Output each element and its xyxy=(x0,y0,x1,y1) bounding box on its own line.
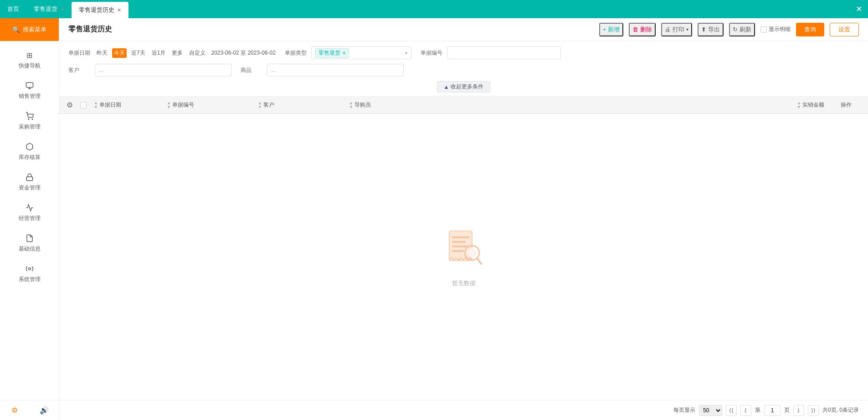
refresh-button[interactable]: ↻ 刷新 xyxy=(729,23,755,36)
show-detail-toggle[interactable]: 显示明细 xyxy=(760,26,791,33)
sidebar-item-basic-label: 基础信息 xyxy=(19,245,41,253)
print-icon: 🖨 xyxy=(665,26,671,33)
export-button[interactable]: ⬆ 导出 xyxy=(698,23,724,36)
query-button[interactable]: 查询 xyxy=(796,23,824,36)
doc-type-select[interactable]: 零售退货 ✕ ▾ xyxy=(311,46,411,59)
tab-retail-return[interactable]: 零售退货 ✕ xyxy=(26,0,72,18)
empty-state: 暂无数据 xyxy=(59,114,868,400)
th-date-label: 单据日期 xyxy=(99,101,121,109)
tab-retail-return-label: 零售退货 xyxy=(34,5,57,13)
system-icon xyxy=(25,264,35,274)
purchase-icon xyxy=(25,111,35,121)
date-opt-today[interactable]: 今天 xyxy=(112,48,127,58)
sidebar-item-basic[interactable]: 基础信息 xyxy=(0,228,59,258)
svg-point-3 xyxy=(28,119,29,120)
sidebar-item-sales[interactable]: 销售管理 xyxy=(0,75,59,106)
th-ops: 操作 xyxy=(828,101,864,109)
per-page-select[interactable]: 10 20 50 100 xyxy=(699,405,722,416)
window-close-button[interactable]: ✕ xyxy=(850,0,868,18)
sidebar-item-quick-nav[interactable]: ⊞ 快捷导航 xyxy=(0,45,59,75)
sidebar-item-operations[interactable]: 经营管理 xyxy=(0,197,59,228)
th-customer-sort-icon: ▲▼ xyxy=(258,101,262,109)
th-date[interactable]: ▲▼ 单据日期 xyxy=(90,101,163,109)
filter-row-2: 客户 ... 商品 ... xyxy=(68,64,859,77)
pagination: 每页显示 10 20 50 100 ⟨⟨ ⟨ 第 页 ⟩ ⟩⟩ 共0页, 0条记… xyxy=(59,400,868,420)
customer-input[interactable]: ... xyxy=(95,64,231,77)
delete-icon: 🗑 xyxy=(632,26,638,33)
page-input[interactable] xyxy=(764,405,781,416)
sidebar-item-finance[interactable]: 资金管理 xyxy=(0,167,59,197)
doc-type-tag: 零售退货 ✕ xyxy=(315,48,349,58)
filter-row-1: 单据日期 昨天 今天 近7天 近1月 更多 自定义 2023-06-02 至 2… xyxy=(68,46,859,59)
tab-home[interactable]: 首页 xyxy=(0,0,26,18)
speaker-icon[interactable]: 🔊 xyxy=(37,404,51,417)
sidebar-item-purchase[interactable]: 采购管理 xyxy=(0,106,59,136)
date-opt-last7[interactable]: 近7天 xyxy=(129,48,147,58)
date-opt-more[interactable]: 更多 xyxy=(170,48,185,58)
header-actions: + 新增 🗑 删除 🖨 打印 ▾ ⬆ 导出 ↻ 刷新 xyxy=(599,23,859,36)
collapse-icon: ▲ xyxy=(444,84,449,90)
page-label: 第 xyxy=(755,406,760,414)
doc-type-label: 单据类型 xyxy=(285,49,308,57)
th-amount-label: 实销金额 xyxy=(802,101,824,109)
page-last-button[interactable]: ⟩⟩ xyxy=(808,405,819,416)
tab-home-label: 首页 xyxy=(7,5,19,13)
print-button[interactable]: 🖨 打印 ▾ xyxy=(661,23,692,36)
set-button[interactable]: 设置 xyxy=(830,23,859,36)
tab-retail-return-close[interactable]: ✕ xyxy=(60,6,64,12)
collapse-bar: ▲ 收起更多条件 xyxy=(68,81,859,92)
tab-retail-return-history-close[interactable]: ✕ xyxy=(117,7,121,13)
delete-label: 删除 xyxy=(640,26,652,34)
tab-retail-return-history[interactable]: 零售退货历史 ✕ xyxy=(72,2,128,18)
new-button[interactable]: + 新增 xyxy=(599,23,623,36)
collapse-label: 收起更多条件 xyxy=(451,83,483,91)
table-settings-icon[interactable]: ⚙ xyxy=(63,101,77,109)
total-info: 共0页, 0条记录 xyxy=(822,406,859,414)
collapse-button[interactable]: ▲ 收起更多条件 xyxy=(437,81,491,92)
product-input[interactable]: ... xyxy=(267,64,404,77)
svg-rect-8 xyxy=(452,236,469,238)
search-icon: 🔍 xyxy=(12,26,20,33)
th-amount-sort-icon: ▲▼ xyxy=(797,101,801,109)
doc-num-label: 单据编号 xyxy=(421,49,443,57)
sidebar-bottom: ⚙ 🔊 xyxy=(0,400,59,420)
show-detail-checkbox[interactable] xyxy=(760,26,767,33)
th-num[interactable]: ▲▼ 单据编号 xyxy=(163,101,254,109)
date-opt-yesterday[interactable]: 昨天 xyxy=(95,48,109,58)
settings-icon[interactable]: ⚙ xyxy=(8,404,21,417)
page-prev-button[interactable]: ⟨ xyxy=(740,405,751,416)
svg-point-4 xyxy=(32,119,33,120)
date-opt-last1m[interactable]: 近1月 xyxy=(150,48,168,58)
page-next-button[interactable]: ⟩ xyxy=(793,405,804,416)
sidebar-item-finance-label: 资金管理 xyxy=(19,184,41,192)
date-opt-custom[interactable]: 自定义 xyxy=(187,48,207,58)
date-range-display: 2023-06-02 至 2023-06-02 xyxy=(211,49,275,57)
empty-illustration xyxy=(441,226,487,272)
th-customer[interactable]: ▲▼ 客户 xyxy=(254,101,345,109)
doc-type-tag-close[interactable]: ✕ xyxy=(342,51,346,56)
sidebar-item-inventory[interactable]: 库存核算 xyxy=(0,136,59,167)
th-amount[interactable]: ▲▼ 实销金额 xyxy=(437,101,828,109)
product-dots: ... xyxy=(271,67,276,73)
page-first-button[interactable]: ⟨⟨ xyxy=(726,405,737,416)
delete-button[interactable]: 🗑 删除 xyxy=(629,23,656,36)
sales-icon xyxy=(25,81,35,91)
table-select-all-checkbox[interactable] xyxy=(77,102,90,108)
per-page-label: 每页显示 xyxy=(673,406,695,414)
export-label: 导出 xyxy=(708,26,720,34)
sidebar-item-system-label: 系统管理 xyxy=(19,276,41,283)
sidebar-item-inventory-label: 库存核算 xyxy=(19,154,41,161)
tab-list: 首页 零售退货 ✕ 零售退货历史 ✕ xyxy=(0,0,850,18)
show-detail-label: 显示明细 xyxy=(769,26,791,33)
th-guide[interactable]: ▲▼ 导购员 xyxy=(345,101,437,109)
th-num-sort-icon: ▲▼ xyxy=(167,101,171,109)
th-date-sort-icon: ▲▼ xyxy=(94,101,98,109)
main-layout: 🔍 搜索菜单 ⊞ 快捷导航 销售管理 采购管理 xyxy=(0,18,868,420)
sidebar-item-system[interactable]: 系统管理 xyxy=(0,258,59,289)
doc-type-tag-label: 零售退货 xyxy=(318,49,340,57)
doc-num-input[interactable] xyxy=(447,46,561,59)
content-area: 零售退货历史 + 新增 🗑 删除 🖨 打印 ▾ ⬆ 导出 ↻ xyxy=(59,18,868,420)
customer-dots: ... xyxy=(99,67,103,73)
sidebar-search[interactable]: 🔍 搜索菜单 xyxy=(0,18,59,41)
th-num-label: 单据编号 xyxy=(172,101,194,109)
